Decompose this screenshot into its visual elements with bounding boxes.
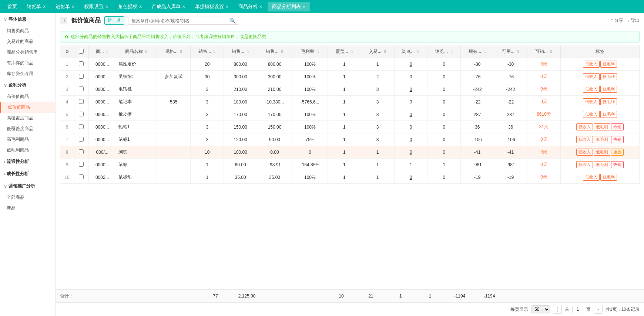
close-product-inbound-icon[interactable]: ✕ <box>182 4 185 9</box>
nav-role-auth[interactable]: 角色授权 ✕ <box>114 2 147 11</box>
collapse-sidebar-button[interactable]: 《 <box>60 17 67 24</box>
row-coverage: 1 <box>328 96 361 108</box>
first-page-button[interactable]: ⟨ <box>553 305 562 314</box>
row-checkbox[interactable] <box>79 61 84 66</box>
row-code: 0000... <box>88 159 116 171</box>
nav-sales-order[interactable]: 销货单 ✕ <box>22 2 50 11</box>
sidebar-item-new-products[interactable]: 新品 <box>0 203 55 214</box>
top-navigation: 首页 销货单 ✕ 进货单 ✕ 权限设置 ✕ 角色授权 ✕ 产成品入库单 ✕ 单据… <box>0 0 644 13</box>
row-browse1[interactable]: 0 <box>394 71 427 83</box>
page-number-input[interactable] <box>572 306 583 313</box>
next-page-button[interactable]: › <box>594 305 603 314</box>
th-gross-rate[interactable]: 毛利率 ⇅ <box>292 45 328 58</box>
close-template-settings-icon[interactable]: ✕ <box>225 4 229 9</box>
search-input[interactable] <box>131 18 228 23</box>
footer-label: 合计： <box>60 293 75 299</box>
row-checkbox[interactable] <box>79 162 84 167</box>
row-index: 5 <box>60 108 74 121</box>
row-browse1[interactable]: 0 <box>394 108 427 121</box>
row-browse1[interactable]: 0 <box>394 146 427 159</box>
nav-product-analysis[interactable]: 商品分析 ✕ <box>234 2 267 11</box>
row-sale2: 210.00 <box>224 83 257 96</box>
th-sale3[interactable]: 销售... ⇅ <box>257 45 292 58</box>
row-checkbox-cell <box>74 71 89 83</box>
nav-home[interactable]: 首页 <box>3 2 21 11</box>
sidebar-item-inventory-capital[interactable]: 库存资金占用 <box>0 68 55 79</box>
sidebar-item-traded-products[interactable]: 交易过的商品 <box>0 36 55 47</box>
row-checkbox[interactable] <box>79 86 84 91</box>
close-sales-order-icon[interactable]: ✕ <box>43 4 46 9</box>
nav-product-inbound[interactable]: 产成品入库单 ✕ <box>147 2 190 11</box>
row-code: 0000... <box>88 108 116 121</box>
th-browse1[interactable]: 浏览... ⇅ <box>394 45 427 58</box>
row-browse1[interactable]: 1 <box>394 159 427 171</box>
sidebar-item-low-coverage[interactable]: 低覆盖度商品 <box>0 123 55 134</box>
select-all-checkbox[interactable] <box>79 49 84 54</box>
export-button[interactable]: ↓ 导出 <box>627 17 640 24</box>
th-current[interactable]: 现有... ⇅ <box>461 45 494 58</box>
th-saleable[interactable]: 可销... ⇅ <box>527 45 561 58</box>
row-browse1[interactable]: 0 <box>394 58 427 71</box>
row-name: 橡皮擦 <box>116 108 157 121</box>
row-sale3: 210.00 <box>257 83 292 96</box>
sidebar-item-low-margin[interactable]: 低毛利商品 <box>0 145 55 156</box>
sidebar-group-circulation[interactable]: › 流通性分析 <box>0 156 55 168</box>
th-sale2[interactable]: 销售... ⇅ <box>224 45 257 58</box>
sidebar-item-high-margin[interactable]: 高毛利商品 <box>0 134 55 145</box>
nav-purchase-order[interactable]: 进货单 ✕ <box>51 2 79 11</box>
sidebar-item-high-coverage[interactable]: 高覆盖度商品 <box>0 113 55 123</box>
th-spec[interactable]: 规格... ⇅ <box>157 45 191 58</box>
row-browse1[interactable]: 0 <box>394 121 427 133</box>
page-size-select[interactable]: 50 100 200 <box>531 305 550 313</box>
th-browse2[interactable]: 浏览... ⇅ <box>427 45 461 58</box>
row-sale3: 300.00 <box>257 71 292 83</box>
row-coverage: 1 <box>328 108 361 121</box>
sidebar-group-growth[interactable]: › 成长性分析 <box>0 168 55 180</box>
row-gross-rate: 100% <box>292 171 328 184</box>
row-checkbox[interactable] <box>79 74 84 79</box>
sidebar-group-profit[interactable]: ∨ 盈利分析 <box>0 79 55 91</box>
close-permissions-icon[interactable]: ✕ <box>105 4 108 9</box>
row-checkbox[interactable] <box>79 149 84 154</box>
sidebar-item-all-products[interactable]: 全部商品 <box>0 192 55 203</box>
close-role-auth-icon[interactable]: ✕ <box>139 4 142 9</box>
close-product-analysis-icon[interactable]: ✕ <box>259 4 262 9</box>
close-purchase-order-icon[interactable]: ✕ <box>71 4 75 9</box>
nav-template-settings[interactable]: 单据模板设置 ✕ <box>191 2 233 11</box>
page-prefix-label: 首 <box>565 306 569 313</box>
sidebar-group-marketing[interactable]: ∨ 营销推广分析 <box>0 180 55 192</box>
nav-product-analysis-list[interactable]: 商品分析列表 ✕ <box>268 2 310 11</box>
row-checkbox[interactable] <box>79 124 84 129</box>
row-tags: 低收入低毛利 <box>560 171 639 184</box>
row-browse1[interactable]: 0 <box>394 96 427 108</box>
close-product-analysis-list-icon[interactable]: ✕ <box>302 4 306 9</box>
th-available[interactable]: 可用... ⇅ <box>494 45 527 58</box>
nav-permissions[interactable]: 权限设置 ✕ <box>80 2 113 11</box>
row-trade: 1 <box>361 159 394 171</box>
th-trade[interactable]: 交易... ⇅ <box>361 45 394 58</box>
table-row: 50000...橡皮擦3170.00170.00100%130028728786… <box>60 108 640 121</box>
th-name[interactable]: 商品名称 ⇅ <box>116 45 157 58</box>
search-icon[interactable]: 🔍 <box>229 18 236 24</box>
row-checkbox[interactable] <box>79 99 84 104</box>
sidebar-item-low-value[interactable]: 低价值商品 <box>0 102 55 113</box>
sidebar-group-overview[interactable]: ∨ 整体信息 <box>0 13 55 26</box>
th-settings[interactable]: ⚙ <box>60 45 74 58</box>
th-coverage[interactable]: 覆盖... ⇅ <box>328 45 361 58</box>
sidebar-item-sales-products[interactable]: 销售类商品 <box>0 26 55 36</box>
sidebar-item-high-value[interactable]: 高价值商品 <box>0 91 55 102</box>
row-checkbox[interactable] <box>79 137 84 142</box>
sidebar-item-instock-products[interactable]: 有库存的商品 <box>0 58 55 68</box>
sidebar-item-category-sales-rate[interactable]: 商品分类销售率 <box>0 47 55 58</box>
share-button[interactable]: ⤴ 分享 <box>611 17 623 24</box>
row-checkbox[interactable] <box>79 174 84 179</box>
row-spec: 参加复试 <box>157 71 191 83</box>
th-sale1[interactable]: 销售... ⇅ <box>191 45 224 58</box>
row-browse1[interactable]: 0 <box>394 171 427 184</box>
th-code[interactable]: 商... ⇅ <box>88 45 116 58</box>
row-browse1[interactable]: 0 <box>394 83 427 96</box>
row-trade: 1 <box>361 146 394 159</box>
filter-recent-month-button[interactable]: 近一月 <box>104 16 124 25</box>
row-browse1[interactable]: 0 <box>394 133 427 146</box>
row-checkbox[interactable] <box>79 112 84 116</box>
